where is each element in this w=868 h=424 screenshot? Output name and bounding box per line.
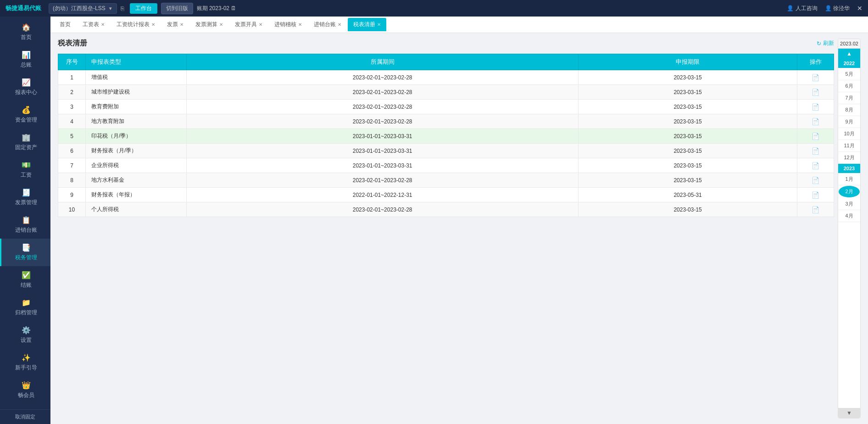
tab-purchase-audit[interactable]: 进销稽核 ✕	[269, 18, 307, 31]
sidebar-item-purchase-sales[interactable]: 📋 进销台账	[0, 211, 50, 239]
sidebar-item-settings[interactable]: ⚙️ 设置	[0, 321, 50, 349]
tab-close-icon[interactable]: ✕	[338, 22, 341, 27]
month-item[interactable]: 2月	[839, 186, 860, 198]
month-item[interactable]: 7月	[838, 92, 860, 104]
sidebar-item-settlement[interactable]: ✅ 结账	[0, 266, 50, 294]
tax-icon: 📑	[22, 243, 31, 252]
cell-action[interactable]: 📄	[797, 85, 834, 100]
action-icon[interactable]: 📄	[812, 74, 819, 81]
cell-type: 地方水利基金	[86, 173, 187, 188]
cell-action[interactable]: 📄	[797, 100, 834, 114]
action-icon[interactable]: 📄	[812, 191, 819, 199]
user-service-link[interactable]: 👤 人工咨询	[787, 5, 817, 12]
workspace-button[interactable]: 工作台	[130, 3, 157, 14]
month-item[interactable]: 1月	[838, 173, 860, 185]
invoice-icon: 🧾	[22, 188, 31, 197]
cell-period: 2023-02-01~2023-02-28	[187, 173, 579, 188]
cell-deadline: 2023-03-15	[579, 85, 797, 100]
tab-close-icon[interactable]: ✕	[219, 22, 223, 27]
tax-table: 序号 申报表类型 所属期间 申报期限 操作 1 增值税 2023-02-01~2…	[58, 54, 834, 217]
action-icon[interactable]: 📄	[812, 89, 819, 96]
tab-close-icon[interactable]: ✕	[259, 22, 262, 27]
ledger-icon: 📊	[22, 50, 31, 59]
action-icon[interactable]: 📄	[812, 118, 819, 125]
month-item[interactable]: 3月	[838, 198, 860, 210]
tab-purchase-ledger-label: 进销台账	[314, 21, 336, 28]
sidebar-item-salary[interactable]: 💵 工资	[0, 156, 50, 184]
tab-tax-list[interactable]: 税表清册 ✕	[348, 18, 386, 31]
month-item[interactable]: 6月	[838, 80, 860, 92]
sidebar-item-home[interactable]: 🏠 首页	[0, 18, 50, 46]
cell-action[interactable]: 📄	[797, 114, 834, 129]
action-icon[interactable]: 📄	[812, 147, 819, 155]
cell-action[interactable]: 📄	[797, 173, 834, 188]
tab-home[interactable]: 首页	[54, 18, 76, 31]
sidebar-item-invoice-management[interactable]: 🧾 发票管理	[0, 184, 50, 211]
cell-action[interactable]: 📄	[797, 70, 834, 85]
sidebar-item-fixed-assets[interactable]: 🏢 固定资产	[0, 128, 50, 156]
refresh-button[interactable]: ↻ 刷新	[817, 39, 834, 47]
cell-action[interactable]: 📄	[797, 188, 834, 202]
unpin-footer[interactable]: 取消固定	[0, 409, 50, 424]
action-icon[interactable]: 📄	[812, 177, 819, 184]
tab-salary-stats[interactable]: 工资统计报表 ✕	[111, 18, 161, 31]
home-icon: 🏠	[22, 23, 31, 32]
tab-close-icon[interactable]: ✕	[101, 22, 105, 27]
copy-icon: ⎘	[121, 5, 124, 12]
cell-action[interactable]: 📄	[797, 144, 834, 158]
month-item[interactable]: 5月	[838, 68, 860, 80]
year-label[interactable]: 2022	[838, 59, 860, 68]
switch-old-button[interactable]: 切到旧版	[161, 3, 193, 14]
close-icon[interactable]: ✕	[857, 5, 862, 12]
month-item[interactable]: 12月	[838, 152, 860, 164]
sidebar-item-label: 工资	[21, 171, 32, 179]
month-item[interactable]: 9月	[838, 116, 860, 128]
cell-action[interactable]: 📄	[797, 158, 834, 173]
scroll-down-button[interactable]: ▼	[838, 408, 860, 418]
cell-period: 2023-02-01~2023-02-28	[187, 70, 579, 85]
action-icon[interactable]: 📄	[812, 103, 819, 111]
main-layout: 🏠 首页 📊 总账 📈 报表中心 💰 资金管理 🏢 固定资产 💵 工资 🧾 发票…	[0, 17, 868, 424]
tab-close-icon[interactable]: ✕	[298, 22, 302, 27]
scroll-up-button[interactable]: ▲	[838, 49, 860, 59]
action-icon[interactable]: 📄	[812, 133, 819, 140]
tab-close-icon[interactable]: ✕	[377, 22, 381, 27]
cell-type: 印花税（月/季）	[86, 129, 187, 144]
member-icon: 👑	[22, 381, 31, 390]
month-item[interactable]: 4月	[838, 210, 860, 222]
report-icon: 📈	[22, 78, 31, 87]
sidebar-item-report-center[interactable]: 📈 报表中心	[0, 73, 50, 101]
tab-invoice-calc[interactable]: 发票测算 ✕	[190, 18, 228, 31]
fixed-assets-icon: 🏢	[22, 133, 31, 142]
tab-invoice[interactable]: 发票 ✕	[161, 18, 189, 31]
tab-close-icon[interactable]: ✕	[151, 22, 155, 27]
company-selector[interactable]: (勿动）江西股垒-LSS ▼	[49, 3, 117, 14]
sidebar-item-general-ledger[interactable]: 📊 总账	[0, 46, 50, 73]
sidebar-item-member[interactable]: 👑 畅会员	[0, 376, 50, 404]
cell-action[interactable]: 📄	[797, 202, 834, 217]
sidebar-item-archive-management[interactable]: 📁 归档管理	[0, 294, 50, 321]
sidebar-item-fund-management[interactable]: 💰 资金管理	[0, 101, 50, 128]
cell-no: 3	[58, 100, 86, 114]
month-item[interactable]: 8月	[838, 104, 860, 116]
archive-icon: 📁	[22, 298, 31, 307]
month-item[interactable]: 10月	[838, 128, 860, 140]
user-avatar[interactable]: 👤 徐泾华	[825, 5, 850, 12]
cell-deadline: 2023-03-15	[579, 100, 797, 114]
tab-purchase-ledger[interactable]: 进销台账 ✕	[308, 18, 347, 31]
action-icon[interactable]: 📄	[812, 206, 819, 213]
tab-salary-table[interactable]: 工资表 ✕	[77, 18, 110, 31]
sidebar-item-tax-management[interactable]: 📑 税务管理	[0, 239, 50, 266]
tab-close-icon[interactable]: ✕	[180, 22, 184, 27]
cell-no: 6	[58, 144, 86, 158]
month-item[interactable]: 11月	[838, 140, 860, 152]
action-icon[interactable]: 📄	[812, 162, 819, 169]
table-row: 7 企业所得税 2023-01-01~2023-03-31 2023-03-15…	[58, 158, 834, 173]
sidebar-item-label: 归档管理	[15, 309, 37, 317]
year-label[interactable]: 2023	[838, 164, 860, 173]
cell-action[interactable]: 📄	[797, 129, 834, 144]
sidebar-item-new-guide[interactable]: ✨ 新手引导	[0, 349, 50, 376]
cell-deadline: 2023-03-15	[579, 114, 797, 129]
tab-invoice-issue[interactable]: 发票开具 ✕	[229, 18, 268, 31]
tab-invoice-issue-label: 发票开具	[235, 21, 257, 28]
